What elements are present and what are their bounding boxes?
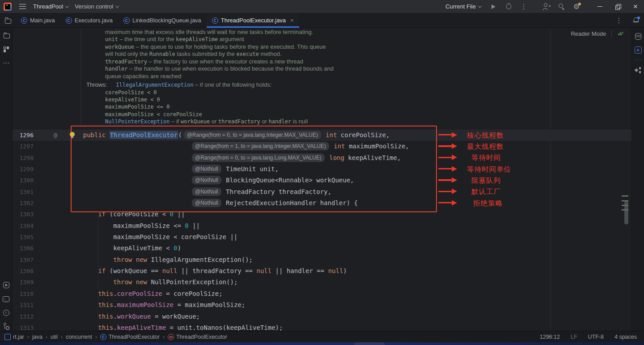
maximize-button[interactable] [614, 3, 622, 11]
annotation-arrow-icon [438, 155, 457, 160]
run-config-selector[interactable]: Current File [445, 3, 481, 10]
code-editor[interactable]: Reader Mode ✓✓ maximum time that excess … [13, 28, 631, 331]
line-number[interactable]: 1299 [13, 164, 34, 175]
code-line-1305[interactable]: 1305 maximumPoolSize < corePoolSize || [13, 231, 631, 243]
line-number[interactable]: 1307 [13, 254, 34, 265]
code-line-1310[interactable]: 1310 this.corePoolSize = corePoolSize; [13, 288, 631, 299]
annotation-arrow-icon [438, 189, 457, 194]
more-horizontal-icon[interactable] [2, 59, 10, 67]
scrollbar-mark [622, 200, 628, 202]
tab-Main.java[interactable]: Main.java [16, 13, 60, 27]
more-vertical-icon[interactable] [520, 3, 528, 11]
doc-link[interactable]: IllegalArgumentException [116, 82, 193, 88]
scrollbar-mark [622, 205, 628, 206]
database-icon[interactable] [634, 32, 642, 40]
annotation-highlight-box [71, 126, 437, 212]
build-tool-icon[interactable] [634, 66, 642, 74]
tab-LinkedBlockingQueue.java[interactable]: LinkedBlockingQueue.java [118, 13, 207, 27]
left-tool-rail [0, 28, 13, 331]
indent-guide [80, 29, 81, 125]
class-icon [66, 17, 72, 24]
run-icon[interactable] [489, 3, 497, 11]
more-vertical-icon[interactable] [615, 17, 623, 25]
line-number[interactable]: 1300 [13, 175, 34, 186]
line-number[interactable]: 1297 [13, 141, 34, 152]
line-separator[interactable]: LF [571, 334, 577, 340]
terminal-icon[interactable] [2, 295, 10, 303]
line-number[interactable]: 1310 [13, 288, 34, 299]
chevron-down-icon [478, 4, 482, 8]
minimize-button[interactable] [596, 3, 604, 11]
line-number[interactable]: 1298 [13, 152, 34, 164]
breadcrumb-item[interactable]: concurrent [66, 334, 92, 340]
line-number[interactable]: 1302 [13, 198, 34, 209]
code-text: throw new IllegalArgumentException(); [13, 254, 631, 265]
breadcrumb-item[interactable]: util [51, 334, 58, 340]
main-menu-icon[interactable] [18, 3, 27, 11]
annotation-arrow-icon [438, 132, 457, 138]
file-encoding[interactable]: UTF-8 [588, 334, 604, 340]
problems-icon[interactable] [2, 309, 10, 317]
code-text: maximumPoolSize <= 0 || [13, 220, 631, 231]
annotation-label: 默认工厂 [471, 187, 501, 196]
line-number[interactable]: 1304 [13, 220, 34, 231]
title-bar: ThreadPool Version control Current File [0, 0, 644, 13]
tab-Executors.java[interactable]: Executors.java [60, 13, 118, 27]
bell-icon[interactable] [632, 17, 640, 25]
code-line-1309[interactable]: 1309 throw new NullPointerException(); [13, 277, 631, 288]
close-button[interactable] [631, 3, 640, 11]
code-line-1312[interactable]: 1312 this.workQueue = workQueue; [13, 311, 631, 322]
line-number[interactable]: 1308 [13, 265, 34, 277]
doc-line: maximumPoolSize <= 0 [86, 103, 551, 110]
indent-style[interactable]: 4 spaces [614, 334, 637, 340]
code-line-1306[interactable]: 1306 keepAliveTime < 0) [13, 243, 631, 254]
line-number[interactable]: 1312 [13, 311, 34, 322]
line-number[interactable]: 1306 [13, 243, 34, 254]
breadcrumb-separator-icon: › [163, 334, 165, 340]
structure-icon[interactable] [2, 45, 10, 53]
code-line-1311[interactable]: 1311 this.maximumPoolSize = maximumPoolS… [13, 299, 631, 311]
code-line-1308[interactable]: 1308 if (workQueue == null || threadFact… [13, 265, 631, 277]
breadcrumb-separator-icon: › [46, 334, 47, 340]
code-text: if (workQueue == null || threadFactory =… [13, 265, 631, 277]
breadcrumb-item[interactable]: ThreadPoolExecutor [100, 334, 160, 340]
line-number[interactable]: 1305 [13, 231, 34, 243]
jar-icon [4, 334, 11, 340]
add-user-icon[interactable] [542, 3, 550, 11]
reader-mode-widget[interactable]: Reader Mode ✓✓ [571, 30, 624, 37]
notification-badge [637, 17, 640, 19]
translate-icon[interactable] [634, 46, 642, 54]
status-bar: rt.jar›java›util›concurrent›ThreadPoolEx… [0, 331, 644, 342]
breadcrumb-label: java [32, 334, 42, 340]
line-number[interactable]: 1303 [13, 209, 34, 220]
doc-line: maximum time that excess idle threads wi… [86, 29, 551, 36]
inspections-ok-icon[interactable]: ✓✓ [617, 30, 624, 37]
doc-line: corePoolSize < 0 [86, 89, 551, 96]
code-line-1307[interactable]: 1307 throw new IllegalArgumentException(… [13, 254, 631, 265]
code-line-1304[interactable]: 1304 maximumPoolSize <= 0 || [13, 220, 631, 231]
search-icon[interactable] [557, 3, 565, 11]
git-branch-icon[interactable] [2, 323, 10, 331]
breadcrumb-item[interactable]: java [32, 334, 42, 340]
project-folder-icon[interactable] [4, 17, 12, 25]
intention-bulb-icon[interactable] [70, 132, 75, 137]
tab-ThreadPoolExecutor.java[interactable]: ThreadPoolExecutor.java× [207, 13, 299, 27]
code-line-1313[interactable]: 1313 this.keepAliveTime = unit.toNanos(k… [13, 322, 631, 331]
line-number[interactable]: 1301 [13, 186, 34, 198]
project-selector[interactable]: ThreadPool [33, 3, 68, 10]
debug-icon[interactable] [504, 3, 513, 11]
folder-project-icon[interactable] [2, 31, 10, 39]
settings-icon[interactable] [572, 3, 580, 11]
doc-line: NullPointerException – if workQueue or t… [86, 118, 551, 125]
vcs-selector[interactable]: Version control [75, 3, 119, 10]
services-icon[interactable] [2, 281, 10, 289]
breadcrumb-item[interactable]: ThreadPoolExecutor [168, 334, 227, 340]
line-number[interactable]: 1309 [13, 277, 34, 288]
doc-link[interactable]: NullPointerException [105, 118, 170, 125]
close-tab-icon[interactable]: × [290, 17, 294, 24]
line-number[interactable]: 1311 [13, 299, 34, 311]
line-number[interactable]: 1313 [13, 322, 34, 331]
breadcrumb-item[interactable]: rt.jar [4, 334, 24, 340]
line-number[interactable]: 1296 [13, 130, 34, 141]
caret-position[interactable]: 1296:12 [540, 334, 560, 340]
